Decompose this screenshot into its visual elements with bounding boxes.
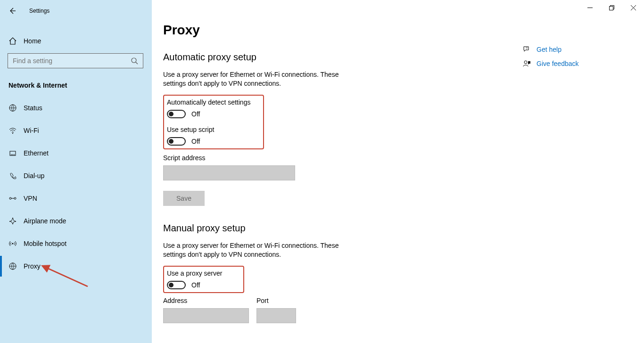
svg-point-2 bbox=[12, 133, 13, 134]
svg-point-9 bbox=[524, 61, 527, 64]
category-label: Network & Internet bbox=[0, 82, 152, 89]
save-button[interactable]: Save bbox=[163, 191, 205, 206]
ethernet-icon bbox=[8, 149, 17, 157]
close-button[interactable] bbox=[622, 0, 644, 15]
svg-point-5 bbox=[14, 197, 16, 199]
sidebar-item-label: VPN bbox=[24, 195, 37, 202]
sidebar-item-vpn[interactable]: VPN bbox=[0, 188, 152, 209]
svg-point-0 bbox=[132, 58, 136, 63]
sidebar-item-airplane[interactable]: Airplane mode bbox=[0, 211, 152, 231]
svg-rect-10 bbox=[609, 6, 613, 10]
page-title: Proxy bbox=[163, 23, 644, 38]
auto-detect-state: Off bbox=[191, 110, 200, 118]
hotspot-icon bbox=[8, 239, 17, 248]
give-feedback-link[interactable]: Give feedback bbox=[521, 59, 625, 68]
get-help-text: Get help bbox=[537, 46, 561, 53]
proxy-icon bbox=[8, 262, 17, 270]
search-wrap bbox=[0, 49, 152, 68]
use-proxy-toggle[interactable] bbox=[167, 281, 186, 289]
sidebar-item-label: Ethernet bbox=[24, 149, 49, 157]
auto-highlight-box: Automatically detect settings Off Use se… bbox=[163, 95, 264, 149]
wifi-icon bbox=[8, 126, 17, 135]
back-row[interactable]: Settings bbox=[0, 3, 152, 18]
dialup-icon bbox=[8, 172, 17, 180]
script-addr-input[interactable] bbox=[163, 165, 295, 180]
sidebar-item-status[interactable]: Status bbox=[0, 98, 152, 118]
port-input[interactable] bbox=[256, 308, 296, 323]
home-nav[interactable]: Home bbox=[0, 33, 152, 49]
setup-script-toggle[interactable] bbox=[167, 137, 186, 146]
minimize-button[interactable] bbox=[579, 0, 601, 15]
setup-script-state: Off bbox=[191, 138, 200, 145]
get-help-link[interactable]: ? Get help bbox=[521, 45, 625, 54]
manual-section-desc: Use a proxy server for Ethernet or Wi-Fi… bbox=[163, 241, 361, 259]
feedback-icon bbox=[521, 59, 532, 68]
auto-section-desc: Use a proxy server for Ethernet or Wi-Fi… bbox=[163, 70, 361, 88]
svg-text:?: ? bbox=[526, 47, 528, 50]
sidebar: Settings Home Network & Internet Status … bbox=[0, 0, 152, 343]
sidebar-item-ethernet[interactable]: Ethernet bbox=[0, 143, 152, 163]
maximize-button[interactable] bbox=[601, 0, 622, 15]
address-input[interactable] bbox=[163, 308, 249, 323]
sidebar-item-dialup[interactable]: Dial-up bbox=[0, 165, 152, 186]
search-box[interactable] bbox=[8, 53, 143, 68]
sidebar-item-label: Mobile hotspot bbox=[24, 240, 66, 247]
help-panel: ? Get help Give feedback bbox=[521, 45, 625, 74]
back-arrow-icon bbox=[8, 7, 16, 15]
status-icon bbox=[8, 104, 17, 112]
chat-help-icon: ? bbox=[521, 45, 532, 54]
auto-detect-label: Automatically detect settings bbox=[167, 98, 259, 106]
airplane-icon bbox=[8, 217, 17, 225]
sidebar-item-label: Airplane mode bbox=[24, 217, 66, 225]
give-feedback-text: Give feedback bbox=[537, 60, 579, 67]
search-input[interactable] bbox=[13, 57, 131, 65]
home-icon bbox=[8, 37, 17, 45]
search-icon bbox=[131, 57, 138, 65]
svg-point-4 bbox=[9, 197, 11, 199]
manual-section-title: Manual proxy setup bbox=[163, 223, 644, 234]
script-addr-label: Script address bbox=[163, 154, 644, 162]
home-label: Home bbox=[24, 37, 41, 45]
manual-highlight-box: Use a proxy server Off bbox=[163, 266, 244, 293]
svg-point-6 bbox=[12, 243, 14, 245]
setup-script-label: Use setup script bbox=[167, 126, 259, 133]
vpn-icon bbox=[8, 194, 17, 203]
sidebar-item-proxy[interactable]: Proxy bbox=[0, 256, 152, 277]
main-content: Proxy Automatic proxy setup Use a proxy … bbox=[152, 0, 644, 343]
use-proxy-state: Off bbox=[191, 281, 200, 289]
sidebar-item-label: Dial-up bbox=[24, 172, 44, 180]
sidebar-item-label: Wi-Fi bbox=[24, 127, 39, 134]
sidebar-item-hotspot[interactable]: Mobile hotspot bbox=[0, 233, 152, 254]
use-proxy-label: Use a proxy server bbox=[167, 270, 239, 277]
settings-label: Settings bbox=[29, 8, 50, 14]
nav-list: Status Wi-Fi Ethernet Dial-up VPN Airpla… bbox=[0, 98, 152, 277]
port-label: Port bbox=[256, 297, 296, 304]
sidebar-item-wifi[interactable]: Wi-Fi bbox=[0, 120, 152, 141]
auto-detect-toggle[interactable] bbox=[167, 110, 186, 118]
sidebar-item-label: Status bbox=[24, 104, 42, 112]
window-controls bbox=[579, 0, 644, 15]
address-label: Address bbox=[163, 297, 249, 304]
sidebar-item-label: Proxy bbox=[24, 262, 41, 270]
